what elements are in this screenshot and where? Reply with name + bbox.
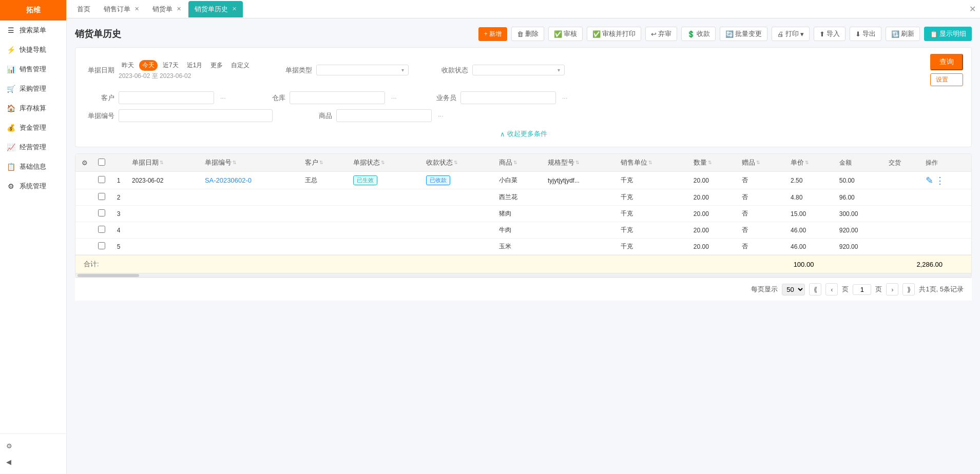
- row-check-4[interactable]: [94, 222, 109, 239]
- pay-status-dropdown[interactable]: ▾: [472, 65, 565, 75]
- row-price-5: 46.00: [786, 239, 835, 255]
- page-first-button[interactable]: ⟪: [809, 283, 821, 295]
- row-checkbox-5[interactable]: [98, 242, 105, 249]
- doc-no-label: 单据编号: [84, 111, 114, 121]
- th-setting[interactable]: ⚙: [75, 154, 94, 172]
- row-checkbox-4[interactable]: [98, 226, 105, 233]
- scroll-thumb[interactable]: [78, 274, 139, 277]
- th-spec[interactable]: 规格型号 ⇅: [544, 154, 617, 172]
- tab-sales-order[interactable]: 销售订单 ✕: [98, 1, 145, 17]
- export-button[interactable]: ⬇ 导出: [850, 27, 881, 41]
- refresh-button[interactable]: 🔃 刷新: [886, 27, 920, 41]
- select-all-checkbox[interactable]: [98, 159, 105, 166]
- query-button[interactable]: 查询: [930, 54, 963, 70]
- row-amount-1: 50.00: [835, 172, 885, 189]
- doc-no-input[interactable]: [119, 109, 273, 122]
- sidebar-item-operation[interactable]: 📈 经营管理: [0, 137, 66, 157]
- page-last-button[interactable]: ⟫: [902, 283, 915, 295]
- collapse-icon: ◀: [6, 458, 11, 466]
- tab-sales-history-close[interactable]: ✕: [232, 6, 237, 12]
- sidebar-item-sales[interactable]: 📊 销售管理: [0, 60, 66, 79]
- tab-bar-close-button[interactable]: ✕: [969, 4, 976, 14]
- delete-button[interactable]: 🗑 删除: [511, 27, 544, 41]
- scroll-bar[interactable]: [75, 273, 971, 277]
- tab-sales-order-close[interactable]: ✕: [134, 6, 139, 12]
- sidebar-collapse-button[interactable]: ◀: [0, 454, 66, 470]
- th-qty[interactable]: 数量 ⇅: [689, 154, 738, 172]
- row-customer-5: [301, 239, 350, 255]
- th-customer[interactable]: 客户 ⇅: [301, 154, 350, 172]
- print-button[interactable]: 🖨 打印 ▾: [772, 27, 810, 41]
- date-tab-more[interactable]: 更多: [207, 60, 226, 71]
- tab-sales-history[interactable]: 销货单历史 ✕: [188, 1, 243, 17]
- doc-no-link-1[interactable]: SA-20230602-0: [205, 176, 252, 184]
- batch-change-button[interactable]: 🔄 批量变更: [720, 27, 767, 41]
- tab-sales-goods-close[interactable]: ✕: [177, 6, 181, 12]
- sidebar-item-basic-info[interactable]: 📋 基础信息: [0, 157, 66, 176]
- th-unit[interactable]: 销售单位 ⇅: [617, 154, 689, 172]
- row-checkbox-3[interactable]: [98, 209, 105, 216]
- salesman-picker-icon[interactable]: ···: [562, 94, 568, 102]
- page-next-button[interactable]: ›: [886, 283, 898, 295]
- row-checkbox-2[interactable]: [98, 193, 105, 200]
- row-docno-1[interactable]: SA-20230602-0: [201, 172, 301, 189]
- th-amount: 金额: [835, 154, 885, 172]
- tab-home[interactable]: 首页: [71, 1, 97, 17]
- row-unit-4: 千克: [617, 222, 689, 239]
- date-tab-yesterday[interactable]: 昨天: [119, 60, 137, 71]
- row-check-1[interactable]: [94, 172, 109, 189]
- warehouse-picker-icon[interactable]: ···: [391, 94, 397, 102]
- audit-button[interactable]: ✅ 审核: [548, 27, 583, 41]
- more-btn-1[interactable]: ⋮: [935, 176, 945, 185]
- salesman-input[interactable]: [460, 91, 556, 104]
- collapse-filter-button[interactable]: ∧ 收起更多条件: [84, 127, 963, 141]
- row-check-5[interactable]: [94, 239, 109, 255]
- tab-sales-history-label: 销货单历史: [195, 5, 228, 14]
- edit-btn-1[interactable]: ✎: [926, 176, 933, 185]
- th-pay-status[interactable]: 收款状态 ⇅: [422, 154, 495, 172]
- show-bright-button[interactable]: 📋 显示明细: [924, 27, 972, 41]
- per-page-select[interactable]: 50: [782, 284, 805, 295]
- import-button[interactable]: ⬆ 导入: [814, 27, 846, 41]
- th-status[interactable]: 单据状态 ⇅: [349, 154, 422, 172]
- row-spec-4: [544, 222, 617, 239]
- th-goods[interactable]: 商品 ⇅: [495, 154, 544, 172]
- date-tab-today[interactable]: 今天: [139, 60, 158, 71]
- goods-input[interactable]: [336, 109, 432, 122]
- sidebar-item-purchase[interactable]: 🛒 采购管理: [0, 79, 66, 98]
- sort-gift-icon: ⇅: [756, 160, 760, 165]
- sidebar-item-system[interactable]: ⚙ 系统管理: [0, 176, 66, 196]
- row-unit-5: 千克: [617, 239, 689, 255]
- date-tab-7days[interactable]: 近7天: [160, 60, 182, 71]
- current-page-input[interactable]: 1: [853, 284, 871, 295]
- page-prev-button[interactable]: ‹: [825, 283, 838, 295]
- th-date[interactable]: 单据日期 ⇅: [128, 154, 201, 172]
- row-unit-2: 千克: [617, 189, 689, 206]
- th-doc-no[interactable]: 单据编号 ⇅: [201, 154, 301, 172]
- th-gift[interactable]: 赠品 ⇅: [738, 154, 786, 172]
- row-check-2[interactable]: [94, 189, 109, 206]
- collect-button[interactable]: 💲 收款: [681, 27, 716, 41]
- type-dropdown[interactable]: ▾: [316, 65, 409, 75]
- goods-picker-icon[interactable]: ···: [438, 112, 444, 120]
- row-amount-4: 920.00: [835, 222, 885, 239]
- row-checkbox-1[interactable]: [98, 176, 105, 183]
- date-tab-1month[interactable]: 近1月: [184, 60, 206, 71]
- warehouse-input[interactable]: [290, 91, 385, 104]
- abandon-button[interactable]: ↩ 弃审: [645, 27, 677, 41]
- customer-picker-icon[interactable]: ···: [220, 94, 226, 102]
- new-button[interactable]: + 新增: [478, 27, 507, 41]
- sidebar-item-quicknav[interactable]: ⚡ 快捷导航: [0, 40, 66, 60]
- audit-print-button[interactable]: ✅ 审核并打印: [587, 27, 641, 41]
- customer-input[interactable]: [119, 91, 214, 104]
- sidebar-item-inventory[interactable]: 🏠 库存核算: [0, 98, 66, 118]
- sidebar-item-finance[interactable]: 💰 资金管理: [0, 118, 66, 137]
- tab-sales-goods[interactable]: 销货单 ✕: [146, 1, 187, 17]
- date-tab-custom[interactable]: 自定义: [228, 60, 253, 71]
- row-check-3[interactable]: [94, 206, 109, 222]
- sidebar-item-search[interactable]: ☰ 搜索菜单: [0, 21, 66, 40]
- sidebar-bottom-settings[interactable]: ⚙: [0, 438, 66, 454]
- settings-button[interactable]: 设置: [930, 73, 963, 86]
- th-price[interactable]: 单价 ⇅: [786, 154, 835, 172]
- th-check[interactable]: [94, 154, 109, 172]
